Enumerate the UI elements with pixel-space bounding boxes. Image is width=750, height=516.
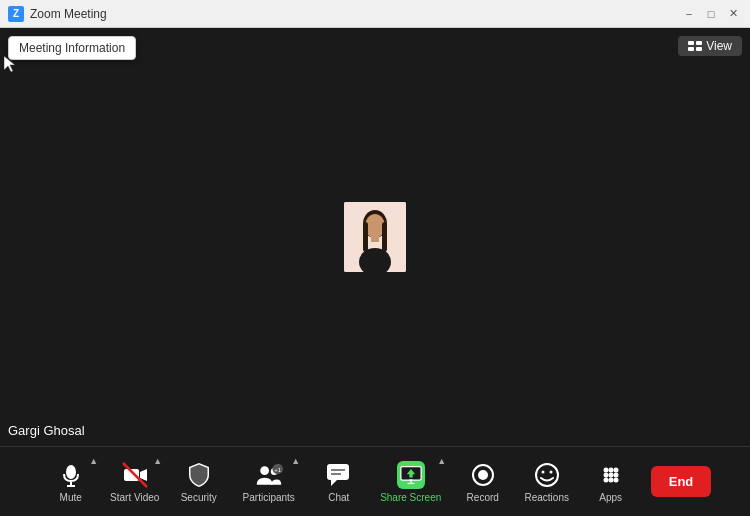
chat-button[interactable]: Chat [307, 450, 371, 514]
video-icon [121, 461, 149, 489]
chat-label: Chat [328, 492, 349, 503]
record-label: Record [467, 492, 499, 503]
svg-point-35 [541, 470, 544, 473]
share-screen-label: Share Screen [380, 492, 441, 503]
view-label: View [706, 39, 732, 53]
svg-rect-10 [382, 222, 387, 252]
svg-point-42 [613, 472, 618, 477]
minimize-button[interactable]: − [680, 5, 698, 23]
start-video-label: Start Video [110, 492, 159, 503]
reactions-button[interactable]: Reactions [515, 450, 579, 514]
svg-rect-9 [363, 222, 368, 252]
mute-button[interactable]: Mute ▲ [39, 450, 103, 514]
meeting-info-tooltip[interactable]: Meeting Information [8, 36, 136, 60]
svg-rect-3 [688, 47, 694, 51]
view-button[interactable]: View [678, 36, 742, 56]
person-silhouette [344, 202, 406, 272]
share-screen-chevron[interactable]: ▲ [437, 456, 447, 466]
toolbar: Mute ▲ Start Video ▲ Security [0, 446, 750, 516]
svg-point-13 [66, 465, 76, 479]
participants-chevron[interactable]: ▲ [291, 456, 301, 466]
svg-point-39 [613, 467, 618, 472]
chat-icon [325, 461, 353, 489]
mute-chevron[interactable]: ▲ [89, 456, 99, 466]
mute-icon [57, 461, 85, 489]
record-button[interactable]: Record [451, 450, 515, 514]
participants-label: Participants [243, 492, 295, 503]
svg-point-44 [608, 477, 613, 482]
cursor [4, 56, 16, 68]
participant-video [344, 202, 406, 272]
svg-marker-17 [140, 469, 147, 481]
window-title: Zoom Meeting [30, 7, 107, 21]
end-button[interactable]: End [651, 466, 712, 497]
svg-rect-4 [696, 47, 702, 51]
reactions-icon [533, 461, 561, 489]
svg-rect-12 [371, 234, 379, 242]
reactions-label: Reactions [524, 492, 568, 503]
svg-marker-0 [4, 56, 15, 72]
mute-label: Mute [60, 492, 82, 503]
svg-point-33 [478, 470, 488, 480]
svg-point-40 [603, 472, 608, 477]
svg-marker-24 [331, 480, 337, 486]
share-screen-button[interactable]: Share Screen ▲ [371, 450, 451, 514]
svg-point-37 [603, 467, 608, 472]
participants-button[interactable]: +1 Participants ▲ [231, 450, 307, 514]
record-icon [469, 461, 497, 489]
security-button[interactable]: Security [167, 450, 231, 514]
title-bar: Z Zoom Meeting − □ ✕ [0, 0, 750, 28]
participant-name: Gargi Ghosal [8, 423, 85, 438]
maximize-button[interactable]: □ [702, 5, 720, 23]
svg-point-36 [549, 470, 552, 473]
window-controls: − □ ✕ [680, 5, 742, 23]
participants-icon: +1 [255, 461, 283, 489]
apps-icon [597, 461, 625, 489]
zoom-icon: Z [8, 6, 24, 22]
svg-point-43 [603, 477, 608, 482]
svg-rect-2 [696, 41, 702, 45]
start-video-button[interactable]: Start Video ▲ [103, 450, 167, 514]
security-label: Security [181, 492, 217, 503]
svg-text:+1: +1 [274, 466, 282, 473]
meeting-area: Meeting Information View [0, 28, 750, 446]
security-icon [185, 461, 213, 489]
svg-point-45 [613, 477, 618, 482]
svg-point-41 [608, 472, 613, 477]
svg-point-19 [260, 466, 269, 475]
close-button[interactable]: ✕ [724, 5, 742, 23]
svg-point-34 [536, 464, 558, 486]
title-bar-left: Z Zoom Meeting [8, 6, 107, 22]
apps-label: Apps [599, 492, 622, 503]
apps-button[interactable]: Apps [579, 450, 643, 514]
share-screen-icon [397, 461, 425, 489]
video-chevron[interactable]: ▲ [153, 456, 163, 466]
svg-rect-23 [327, 464, 349, 480]
svg-rect-1 [688, 41, 694, 45]
svg-point-38 [608, 467, 613, 472]
